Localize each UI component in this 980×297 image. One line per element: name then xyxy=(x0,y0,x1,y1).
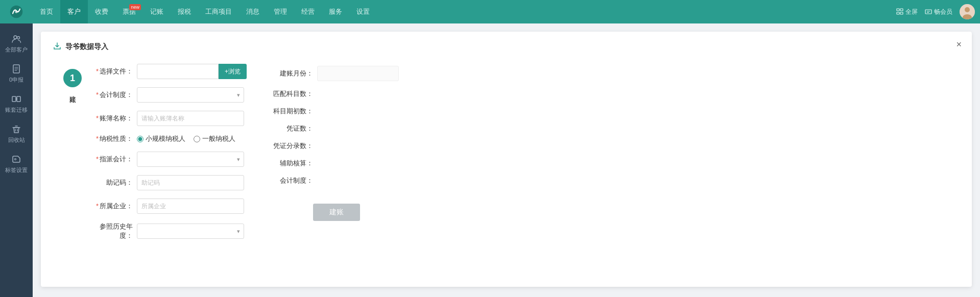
radio-small-taxpayer-label: 小规模纳税人 xyxy=(146,134,185,143)
radio-general-taxpayer[interactable]: 一般纳税人 xyxy=(194,134,235,143)
assign-accountant-select[interactable] xyxy=(137,152,244,167)
nav-items: 首页 客户 收费 票据 new 记账 报税 工商项目 消息 管理 经营 服务 设… xyxy=(33,0,896,23)
step-badge: 1 xyxy=(63,69,82,87)
dialog-title: 导爷数据导入 xyxy=(53,42,960,52)
nav-invoice[interactable]: 票据 new xyxy=(115,0,143,23)
tax-nature-label: 纳税性质： xyxy=(92,134,133,143)
svg-rect-13 xyxy=(12,96,16,102)
tax-nature-radio-group: 小规模纳税人 一般纳税人 xyxy=(137,134,235,143)
ref-year-wrapper xyxy=(137,224,244,239)
right-accounting-system-label: 会计制度： xyxy=(267,176,313,185)
company-label: 所属企业： xyxy=(92,202,133,211)
voucher-count-label: 凭证数： xyxy=(267,124,313,133)
voucher-entries-label: 凭证分录数： xyxy=(267,141,313,151)
file-select-row: 选择文件： +浏览 xyxy=(92,64,247,79)
sidebar-label-recycle-bin: 回收站 xyxy=(8,136,25,144)
svg-point-8 xyxy=(965,7,970,12)
form-left-section: 1 建账 选择文件： +浏览 会计制度： xyxy=(63,64,247,249)
ledger-name-row: 账簿名称： xyxy=(92,111,247,126)
sidebar-label-all-customers: 全部客户 xyxy=(5,46,28,54)
form-layout: 1 建账 选择文件： +浏览 会计制度： xyxy=(53,64,960,249)
nav-billing[interactable]: 收费 xyxy=(88,0,115,23)
accounting-system-wrapper xyxy=(137,87,244,103)
ref-year-row: 参照历史年度： xyxy=(92,222,247,240)
nav-bookkeeping[interactable]: 记账 xyxy=(143,0,171,23)
sidebar-item-recycle-bin[interactable]: 回收站 xyxy=(0,119,33,149)
dialog-card: 导爷数据导入 × 1 建账 选择文件： +浏览 xyxy=(41,32,972,287)
member-label: 畅会员 xyxy=(934,8,952,16)
account-month-label: 建账月份： xyxy=(267,69,313,78)
memo-code-input[interactable] xyxy=(137,175,244,190)
svg-rect-6 xyxy=(925,10,931,14)
ref-year-select[interactable] xyxy=(137,224,244,239)
nav-services[interactable]: 服务 xyxy=(322,0,349,23)
assign-accountant-row: 指派会计： xyxy=(92,152,247,167)
sidebar-item-all-customers[interactable]: 全部客户 xyxy=(0,29,33,59)
match-subjects-label: 匹配科目数： xyxy=(267,89,313,98)
svg-rect-4 xyxy=(897,12,899,14)
svg-rect-5 xyxy=(900,12,903,14)
company-input[interactable] xyxy=(137,199,244,214)
right-accounting-system-row: 会计制度： xyxy=(267,176,400,185)
aux-accounting-row: 辅助核算： xyxy=(267,159,400,168)
account-month-row: 建账月份： xyxy=(267,66,400,81)
create-account-button[interactable]: 建账 xyxy=(313,204,360,221)
nav-messages[interactable]: 消息 xyxy=(239,0,267,23)
radio-general-taxpayer-label: 一般纳税人 xyxy=(202,134,235,143)
radio-small-taxpayer-input[interactable] xyxy=(137,136,144,142)
app-logo[interactable] xyxy=(5,1,28,23)
fullscreen-label: 全屏 xyxy=(905,8,918,16)
voucher-count-row: 凭证数： xyxy=(267,124,400,133)
ledger-name-input[interactable] xyxy=(137,111,244,126)
accounting-system-row: 会计制度： xyxy=(92,87,247,103)
radio-small-taxpayer[interactable]: 小规模纳税人 xyxy=(137,134,185,143)
memo-code-row: 助记码： xyxy=(92,175,247,190)
sidebar-item-label-settings[interactable]: 标签设置 xyxy=(0,149,33,179)
nav-management[interactable]: 管理 xyxy=(267,0,294,23)
step-label: 建账 xyxy=(68,90,77,92)
company-row: 所属企业： xyxy=(92,199,247,214)
fullscreen-button[interactable]: 全屏 xyxy=(896,8,918,16)
nav-home[interactable]: 首页 xyxy=(33,0,60,23)
main-content: 导爷数据导入 × 1 建账 选择文件： +浏览 xyxy=(33,23,980,297)
file-input[interactable] xyxy=(137,64,219,79)
nav-settings[interactable]: 设置 xyxy=(349,0,377,23)
sidebar-label-label-settings: 标签设置 xyxy=(5,166,28,174)
accounting-system-select[interactable] xyxy=(137,87,244,103)
memo-code-label: 助记码： xyxy=(92,178,133,187)
member-button[interactable]: 畅会员 xyxy=(925,8,952,16)
svg-point-1 xyxy=(15,10,17,13)
top-navigation: 首页 客户 收费 票据 new 记账 报税 工商项目 消息 管理 经营 服务 设… xyxy=(0,0,980,23)
nav-business-projects[interactable]: 工商项目 xyxy=(198,0,239,23)
sidebar-label-account-migration: 账套迁移 xyxy=(5,106,28,114)
subject-init-label: 科目期初数： xyxy=(267,107,313,116)
svg-point-15 xyxy=(15,159,16,160)
radio-general-taxpayer-input[interactable] xyxy=(194,136,200,142)
file-label: 选择文件： xyxy=(92,67,133,76)
avatar[interactable] xyxy=(960,4,975,19)
dialog-title-text: 导爷数据导入 xyxy=(65,42,108,52)
sidebar-label-zero-declaration: 0申报 xyxy=(9,76,23,84)
assign-accountant-label: 指派会计： xyxy=(92,155,133,164)
tax-nature-row: 纳税性质： 小规模纳税人 一般纳税人 xyxy=(92,134,247,143)
sidebar-item-account-migration[interactable]: 账套迁移 xyxy=(0,89,33,119)
nav-right-area: 全屏 畅会员 xyxy=(896,4,975,19)
ledger-name-label: 账簿名称： xyxy=(92,114,133,123)
new-badge: new xyxy=(129,4,141,10)
sidebar-item-zero-declaration[interactable]: 0申报 xyxy=(0,59,33,89)
subject-init-row: 科目期初数： xyxy=(267,107,400,116)
import-icon xyxy=(53,42,61,52)
form-fields: 选择文件： +浏览 会计制度： xyxy=(92,64,247,249)
voucher-entries-row: 凭证分录数： xyxy=(267,141,400,151)
nav-tax[interactable]: 报税 xyxy=(171,0,198,23)
close-button[interactable]: × xyxy=(956,40,962,49)
svg-rect-3 xyxy=(900,9,903,11)
sidebar: 全部客户 0申报 账套迁移 回收站 标签设置 xyxy=(0,23,33,297)
svg-point-11 xyxy=(17,37,20,39)
browse-button[interactable]: +浏览 xyxy=(219,64,247,79)
nav-customer[interactable]: 客户 xyxy=(60,0,88,23)
ref-year-label: 参照历史年度： xyxy=(92,222,133,240)
nav-operations[interactable]: 经营 xyxy=(294,0,322,23)
svg-point-10 xyxy=(14,36,17,39)
form-right-section: 建账月份： 匹配科目数： 科目期初数： 凭证数： 凭证分录数： xyxy=(267,64,400,249)
